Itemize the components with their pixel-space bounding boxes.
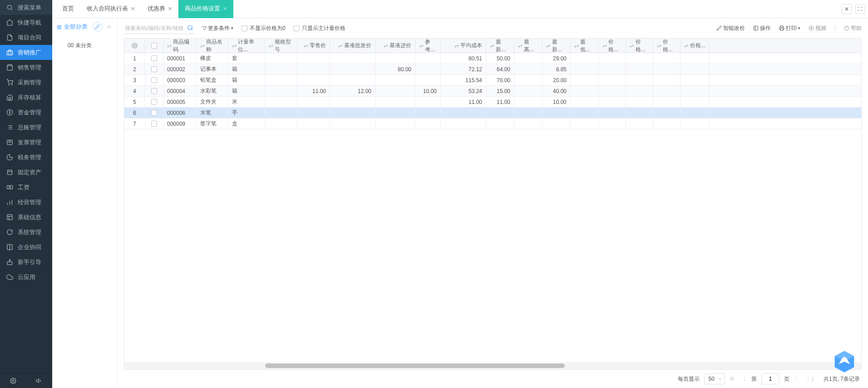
cell-p4[interactable] — [681, 75, 710, 85]
tab-close-icon[interactable]: ✕ — [223, 6, 227, 12]
column-header-latest[interactable]: ▴▾最新... — [486, 39, 514, 53]
cell-ref[interactable] — [415, 118, 441, 129]
sidebar-item-salary[interactable]: 工资 — [0, 180, 52, 195]
only-measure-checkbox[interactable]: 只显示主计量价格 — [294, 25, 345, 32]
cell-retail[interactable]: 11.00 — [297, 86, 330, 96]
prev-page-button[interactable]: 〈 — [740, 375, 747, 383]
fullscreen-button[interactable]: ⛶ — [855, 4, 865, 14]
cell-wholesale[interactable] — [330, 75, 375, 85]
row-checkbox[interactable] — [145, 118, 163, 129]
cell-p3[interactable] — [653, 108, 681, 118]
row-checkbox[interactable] — [145, 75, 163, 85]
select-all-checkbox[interactable] — [145, 39, 163, 53]
search-input[interactable] — [124, 23, 194, 34]
category-edit-button[interactable] — [93, 22, 103, 32]
sidebar-item-funds[interactable]: 资金管理 — [0, 105, 52, 120]
cell-p2[interactable] — [626, 75, 653, 85]
sidebar-item-cloud[interactable]: 云应用 — [0, 270, 52, 285]
cell-p3[interactable] — [653, 53, 681, 64]
cell-p2[interactable] — [626, 118, 653, 129]
column-header-spec[interactable]: ▴▾规格型号 — [265, 39, 297, 53]
per-page-select[interactable]: 50 — [704, 373, 725, 384]
cell-p3[interactable] — [653, 75, 681, 85]
cell-p4[interactable] — [681, 108, 710, 118]
cell-basein[interactable]: 80.00 — [375, 64, 415, 74]
column-header-price3[interactable]: ▴▾价格... — [653, 39, 681, 53]
column-header-basein[interactable]: ▴▾基准进价 — [375, 39, 415, 53]
column-header-ref[interactable]: ▴▾参考... — [415, 39, 441, 53]
sidebar-item-collab[interactable]: 企业协同 — [0, 240, 52, 255]
close-tab-button[interactable]: ✕ — [842, 4, 852, 14]
column-header-retail[interactable]: ▴▾零售价 — [297, 39, 330, 53]
table-row[interactable]: 3000003铅笔盒箱115.5470.0020.00 — [124, 75, 861, 86]
tab-首页[interactable]: 首页 — [56, 0, 80, 18]
cell-ref[interactable] — [415, 75, 441, 85]
row-checkbox[interactable] — [145, 108, 163, 118]
column-header-latest2[interactable]: ▴▾最新... — [542, 39, 571, 53]
cell-p1[interactable] — [599, 118, 626, 129]
sidebar-item-purchase[interactable]: 采购管理 — [0, 75, 52, 90]
cell-retail[interactable] — [297, 97, 330, 107]
sidebar-item-invoice[interactable]: 发票管理 — [0, 135, 52, 150]
cell-wholesale[interactable] — [330, 118, 375, 129]
horizontal-scrollbar[interactable] — [124, 362, 861, 369]
cell-p3[interactable] — [653, 118, 681, 129]
assistant-fab[interactable] — [832, 349, 857, 374]
sidebar-item-ledger[interactable]: 总账管理 — [0, 120, 52, 135]
sidebar-item-search[interactable]: 搜索菜单 — [0, 0, 52, 15]
sidebar-item-project[interactable]: 项目合同 — [0, 30, 52, 45]
sidebar-item-tax[interactable]: 税务管理 — [0, 150, 52, 165]
cell-ref[interactable] — [415, 53, 441, 64]
sound-button[interactable] — [26, 373, 53, 388]
cell-p1[interactable] — [599, 53, 626, 64]
sidebar-item-marketing[interactable]: 营销推广 — [0, 45, 52, 60]
column-settings-header[interactable] — [124, 39, 145, 53]
sidebar-item-sales[interactable]: 销售管理 — [0, 60, 52, 75]
cell-retail[interactable] — [297, 64, 330, 74]
tab-优惠券[interactable]: 优惠券✕ — [141, 0, 178, 18]
cell-p3[interactable] — [653, 86, 681, 96]
row-checkbox[interactable] — [145, 86, 163, 96]
table-row[interactable]: 7000009签字笔盒 — [124, 118, 861, 129]
next-page-button[interactable]: 〉 — [794, 375, 801, 383]
column-header-name[interactable]: ▴▾商品名称 — [197, 39, 228, 53]
cell-basein[interactable] — [375, 75, 415, 85]
cell-ref[interactable] — [415, 97, 441, 107]
cell-p1[interactable] — [599, 64, 626, 74]
tab-商品价格设置[interactable]: 商品价格设置✕ — [178, 0, 233, 18]
scrollbar-thumb[interactable] — [265, 363, 565, 368]
cell-wholesale[interactable] — [330, 97, 375, 107]
table-row[interactable]: 4000004水彩笔箱11.0012.0010.0053.2415.0040.0… — [124, 86, 861, 97]
cell-basein[interactable] — [375, 97, 415, 107]
table-row[interactable]: 2000002记事本箱80.0072.1264.008.85 — [124, 64, 861, 75]
hide-zero-checkbox[interactable]: 不显示价格为0 — [242, 25, 286, 32]
column-header-wholesale[interactable]: ▴▾基准批发价 — [330, 39, 375, 53]
cell-basein[interactable] — [375, 86, 415, 96]
cell-p3[interactable] — [653, 97, 681, 107]
cell-basein[interactable] — [375, 108, 415, 118]
smart-price-action[interactable]: 智能改价 — [716, 25, 745, 32]
sidebar-item-inventory[interactable]: 库存核算 — [0, 90, 52, 105]
cell-p2[interactable] — [626, 86, 653, 96]
sidebar-item-novice[interactable]: 新手引导 — [0, 255, 52, 270]
cell-p4[interactable] — [681, 86, 710, 96]
video-action[interactable]: 视频 — [809, 25, 826, 32]
cell-retail[interactable] — [297, 118, 330, 129]
cell-ref[interactable]: 10.00 — [415, 86, 441, 96]
cell-wholesale[interactable] — [330, 53, 375, 64]
category-all[interactable]: ⊞ 全部分类 — [57, 23, 90, 31]
column-header-code[interactable]: ▴▾商品编码 — [163, 39, 197, 53]
cell-p4[interactable] — [681, 53, 710, 64]
cell-basein[interactable] — [375, 118, 415, 129]
cell-wholesale[interactable] — [330, 64, 375, 74]
table-row[interactable]: 5000005文件夹米11.0011.0010.00 — [124, 97, 861, 108]
sidebar-item-business[interactable]: 经营管理 — [0, 195, 52, 210]
cell-wholesale[interactable]: 12.00 — [330, 86, 375, 96]
sidebar-item-baseinfo[interactable]: 基础信息 — [0, 210, 52, 225]
cell-basein[interactable] — [375, 53, 415, 64]
cell-p4[interactable] — [681, 97, 710, 107]
search-icon[interactable] — [187, 25, 193, 32]
column-header-price1[interactable]: ▴▾价格... — [599, 39, 626, 53]
row-checkbox[interactable] — [145, 97, 163, 107]
cell-p2[interactable] — [626, 53, 653, 64]
